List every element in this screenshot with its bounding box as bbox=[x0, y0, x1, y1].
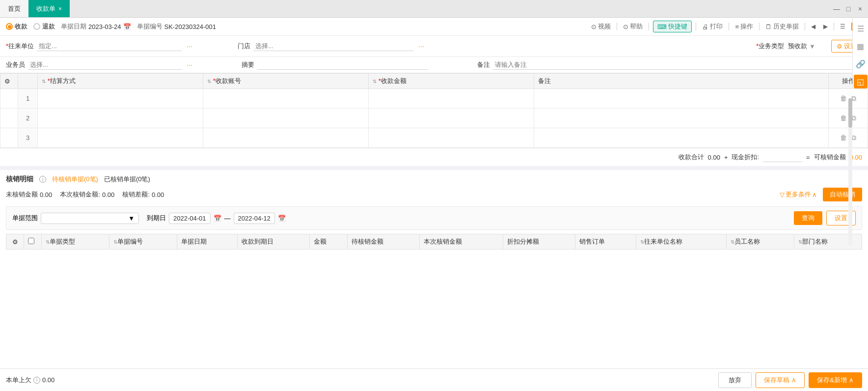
reconcile-table: ⚙ ⇅单据类型 ⇅单据编号 单据日期 bbox=[6, 234, 862, 250]
td-account-1[interactable] bbox=[203, 89, 369, 109]
save-draft-btn[interactable]: 保存草稿 ∧ bbox=[756, 372, 805, 388]
diff-label: 核销差额: bbox=[122, 190, 150, 199]
date-value[interactable]: 2023-03-24 bbox=[88, 23, 121, 30]
calendar-from-icon[interactable]: 📅 bbox=[214, 215, 221, 222]
calendar-icon[interactable]: 📅 bbox=[123, 23, 131, 30]
th-settlement: ⇅ *结算方式 bbox=[38, 74, 203, 89]
td-account-3[interactable] bbox=[203, 128, 369, 148]
due-date-from[interactable]: 2022-04-01 bbox=[169, 213, 211, 224]
rth-current: 本次核销金额 bbox=[420, 234, 503, 250]
store-input[interactable] bbox=[253, 41, 413, 51]
save-new-label: 保存&新增 bbox=[817, 376, 847, 385]
date-label: 单据日期 bbox=[61, 22, 86, 31]
scroll-thumb[interactable] bbox=[848, 98, 852, 128]
tab-close-icon[interactable]: × bbox=[58, 5, 62, 12]
maximize-btn[interactable]: □ bbox=[844, 5, 852, 13]
calendar-to-icon[interactable]: 📅 bbox=[278, 215, 286, 222]
td-settlement-1[interactable] bbox=[38, 89, 203, 109]
delete-icon-2[interactable]: 🗑 bbox=[840, 114, 847, 122]
more-conditions-btn[interactable]: ▽ 更多条件 ∧ bbox=[780, 190, 817, 199]
tab-receipt[interactable]: 收款单 × bbox=[28, 0, 70, 17]
date-range-field: 到期日 2022-04-01 📅 — 2022-04-12 📅 bbox=[147, 213, 286, 224]
td-amount-3[interactable] bbox=[369, 128, 534, 148]
radio-receipt[interactable]: 收款 bbox=[6, 22, 27, 31]
divider1 bbox=[617, 23, 617, 30]
td-empty1 bbox=[0, 89, 18, 109]
pending-tab[interactable]: 待核销单据(0笔) bbox=[52, 175, 98, 184]
window-controls: — □ × bbox=[833, 5, 868, 13]
filter-row: 单据范围 ▼ 到期日 2022-04-01 📅 — 2022-04-12 📅 查… bbox=[6, 206, 862, 230]
sep1 bbox=[200, 41, 230, 51]
radio-refund[interactable]: 退款 bbox=[33, 22, 55, 31]
td-amount-1[interactable] bbox=[369, 89, 534, 109]
td-remark-1[interactable] bbox=[534, 89, 829, 109]
tab-home-label: 首页 bbox=[8, 4, 21, 13]
staff-more-icon[interactable]: ··· bbox=[187, 61, 192, 69]
auto-reconcile-btn[interactable]: 自动核销 bbox=[823, 188, 862, 201]
th-row-num bbox=[18, 74, 38, 89]
reconcile-header: 核销明细 i 待核销单据(0笔) 已核销单据(0笔) bbox=[6, 175, 862, 184]
td-settlement-2[interactable] bbox=[38, 109, 203, 128]
delete-icon-3[interactable]: 🗑 bbox=[840, 134, 847, 141]
counterpart-more-icon[interactable]: ··· bbox=[187, 42, 192, 50]
td-account-2[interactable] bbox=[203, 109, 369, 128]
panel-icon-4[interactable]: ◱ bbox=[854, 75, 868, 88]
video-btn[interactable]: ⊙ 视频 bbox=[589, 21, 613, 32]
history-label: 历史单据 bbox=[773, 22, 799, 31]
discount-input[interactable] bbox=[763, 152, 802, 162]
summary-input[interactable] bbox=[257, 60, 428, 70]
remark-input[interactable] bbox=[493, 60, 862, 70]
scroll-track[interactable] bbox=[848, 98, 852, 246]
minimize-btn[interactable]: — bbox=[833, 5, 841, 13]
td-remark-3[interactable] bbox=[534, 128, 829, 148]
unverified-amount: 未核销金额 0.00 bbox=[6, 190, 52, 199]
td-empty3 bbox=[0, 128, 18, 148]
save-draft-label: 保存草稿 bbox=[764, 376, 789, 385]
help-icon: ⊙ bbox=[623, 23, 628, 30]
th-account: ⇅ *收款账号 bbox=[203, 74, 369, 89]
shortcut-btn[interactable]: ⌨ 快捷键 bbox=[653, 21, 692, 32]
done-tab[interactable]: 已核销单据(0笔) bbox=[104, 175, 150, 184]
nav-prev-btn[interactable]: ◀ bbox=[809, 22, 817, 31]
table-settings-header[interactable]: ⚙ bbox=[0, 74, 18, 89]
date-field: 单据日期 2023-03-24 📅 bbox=[61, 22, 131, 31]
info-circle[interactable]: i bbox=[33, 377, 40, 384]
query-btn[interactable]: 查询 bbox=[794, 211, 822, 225]
staff-input[interactable] bbox=[28, 60, 182, 70]
panel-icon-2[interactable]: ▦ bbox=[854, 39, 868, 53]
receipt-type-group: 收款 退款 bbox=[6, 22, 55, 31]
reconcile-info-icon[interactable]: i bbox=[39, 176, 46, 183]
abandon-btn[interactable]: 放弃 bbox=[718, 372, 752, 388]
history-btn[interactable]: 🗒 历史单据 bbox=[763, 21, 801, 32]
rth-settings[interactable]: ⚙ bbox=[6, 234, 24, 250]
store-more-icon[interactable]: ··· bbox=[418, 42, 424, 50]
close-btn[interactable]: × bbox=[856, 5, 864, 13]
total-value: 0.00 bbox=[708, 154, 720, 161]
td-amount-2[interactable] bbox=[369, 109, 534, 128]
radio-refund-label: 退款 bbox=[42, 22, 55, 31]
td-remark-2[interactable] bbox=[534, 109, 829, 128]
business-type-select[interactable]: 预收款 ▼ bbox=[788, 42, 827, 51]
panel-icon-3[interactable]: 🔗 bbox=[854, 57, 868, 71]
select-all-checkbox[interactable] bbox=[28, 238, 34, 244]
form-row-2: 业务员 ··· 摘要 备注 bbox=[0, 57, 868, 73]
due-date-to[interactable]: 2022-04-12 bbox=[234, 213, 275, 224]
range-select[interactable]: ▼ bbox=[41, 213, 139, 224]
delete-icon-1[interactable]: 🗑 bbox=[840, 94, 847, 102]
panel-icon-1[interactable]: ☰ bbox=[854, 22, 868, 35]
summary-label: 摘要 bbox=[242, 60, 254, 69]
current-amount: 本次核销金额: 0.00 bbox=[60, 190, 114, 199]
tab-home[interactable]: 首页 bbox=[0, 0, 28, 17]
date-range-dash: — bbox=[224, 215, 231, 222]
operate-btn[interactable]: ≡ 操作 bbox=[733, 21, 755, 32]
td-settlement-3[interactable] bbox=[38, 128, 203, 148]
counterpart-input[interactable] bbox=[37, 41, 182, 51]
equals-sign: = bbox=[806, 154, 810, 161]
print-btn[interactable]: 🖨 打印 bbox=[700, 21, 725, 32]
list-view-btn[interactable]: ☰ bbox=[838, 22, 847, 31]
td-empty2 bbox=[0, 109, 18, 128]
nav-next-btn[interactable]: ▶ bbox=[821, 22, 830, 31]
chevron-up-icon: ∧ bbox=[812, 191, 817, 198]
help-btn[interactable]: ⊙ 帮助 bbox=[621, 21, 645, 32]
save-new-btn[interactable]: 保存&新增 ∧ bbox=[809, 372, 862, 388]
